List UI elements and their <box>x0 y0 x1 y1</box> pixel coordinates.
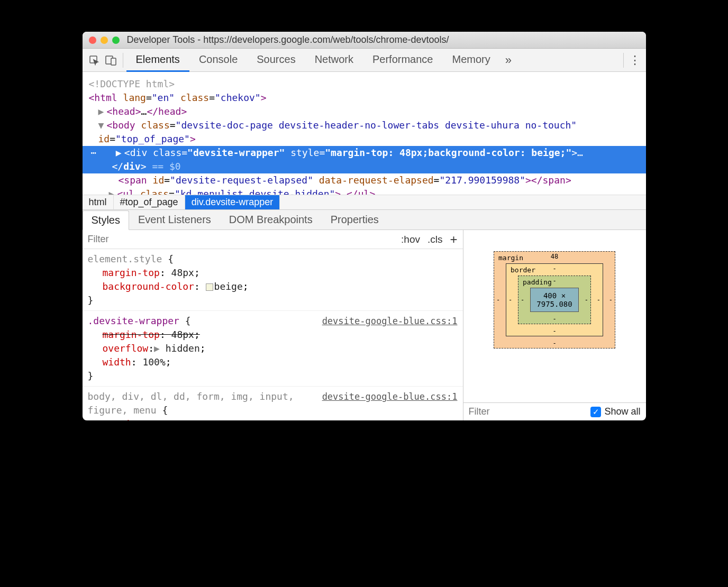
separator <box>623 53 624 68</box>
rule-devsite-wrapper[interactable]: devsite-google-blue.css:1 .devsite-wrapp… <box>83 311 463 387</box>
close-icon[interactable] <box>89 36 96 44</box>
sidebar-tabs: Styles Event Listeners DOM Breakpoints P… <box>83 210 646 230</box>
minimize-icon[interactable] <box>101 36 108 44</box>
showall-label: Show all <box>604 406 640 417</box>
source-link[interactable]: devsite-google-blue.css:1 <box>322 314 458 328</box>
tabs-overflow-icon[interactable]: » <box>500 53 517 67</box>
zoom-icon[interactable] <box>112 36 120 44</box>
tab-memory[interactable]: Memory <box>443 49 500 72</box>
color-swatch[interactable] <box>206 283 213 291</box>
styles-filter-input[interactable] <box>88 234 151 245</box>
panel-tabs: Elements Console Sources Network Perform… <box>126 49 517 72</box>
kebab-menu-icon[interactable]: ⋮ <box>627 53 643 67</box>
tab-network[interactable]: Network <box>305 49 363 72</box>
rule-reset[interactable]: devsite-google-blue.css:1 body, div, dl,… <box>83 387 463 420</box>
styles-pane: :hov .cls + element.style { margin-top: … <box>83 230 463 420</box>
doctype[interactable]: <!DOCTYPE html> <box>89 77 640 91</box>
breadcrumb: html #top_of_page div.devsite-wrapper <box>83 195 646 210</box>
breadcrumb-body[interactable]: #top_of_page <box>114 195 185 209</box>
subtab-styles[interactable]: Styles <box>83 210 129 230</box>
traffic-lights <box>89 36 120 44</box>
subtab-dom-breakpoints[interactable]: DOM Breakpoints <box>220 210 322 230</box>
dom-tree[interactable]: <!DOCTYPE html> <html lang="en" class="c… <box>83 72 646 195</box>
selected-node[interactable]: ⋯ ▶<div class="devsite-wrapper" style="m… <box>83 146 646 173</box>
body-id[interactable]: id="top_of_page"> <box>89 132 640 146</box>
separator <box>123 53 123 68</box>
device-icon[interactable] <box>103 52 120 69</box>
span-node[interactable]: <span id="devsite-request-elapsed" data-… <box>89 173 640 187</box>
computed-filter-input[interactable] <box>469 406 522 417</box>
main-toolbar: Elements Console Sources Network Perform… <box>83 49 646 72</box>
window-title: Developer Tools - https://developers.goo… <box>127 34 449 45</box>
source-link[interactable]: devsite-google-blue.css:1 <box>322 390 458 403</box>
panes: :hov .cls + element.style { margin-top: … <box>83 230 646 420</box>
tab-performance[interactable]: Performance <box>363 49 443 72</box>
tab-sources[interactable]: Sources <box>247 49 305 72</box>
inspect-icon[interactable] <box>86 52 103 69</box>
hov-toggle[interactable]: :hov <box>401 234 420 245</box>
subtab-properties[interactable]: Properties <box>322 210 388 230</box>
computed-filter-row: ✓ Show all <box>463 402 646 420</box>
breadcrumb-html[interactable]: html <box>83 195 114 209</box>
html-open[interactable]: <html lang="en" class="chekov"> <box>89 91 640 105</box>
head-node[interactable]: ▶<head>…</head> <box>89 105 640 118</box>
cls-toggle[interactable]: .cls <box>427 234 443 245</box>
showall-checkbox[interactable]: ✓ <box>590 407 601 417</box>
titlebar[interactable]: Developer Tools - https://developers.goo… <box>83 32 646 49</box>
computed-pane: margin 48 - - - border - - - - padding - <box>463 230 646 420</box>
box-model[interactable]: margin 48 - - - border - - - - padding - <box>494 251 615 348</box>
tab-elements[interactable]: Elements <box>126 49 189 72</box>
tab-console[interactable]: Console <box>189 49 247 72</box>
svg-rect-2 <box>111 58 116 65</box>
body-open[interactable]: ▼<body class="devsite-doc-page devsite-h… <box>89 118 640 132</box>
ul-node[interactable]: ▶<ul class="kd-menulist devsite-hidden">… <box>89 187 640 195</box>
devtools-window: Developer Tools - https://developers.goo… <box>83 32 646 420</box>
box-content: 400 × 7975.080 <box>530 288 579 312</box>
new-rule-icon[interactable]: + <box>450 232 457 247</box>
rule-element-style[interactable]: element.style { margin-top: 48px; backgr… <box>83 249 463 311</box>
styles-filter-row: :hov .cls + <box>83 230 463 249</box>
breadcrumb-selected[interactable]: div.devsite-wrapper <box>185 195 280 209</box>
subtab-listeners[interactable]: Event Listeners <box>129 210 220 230</box>
